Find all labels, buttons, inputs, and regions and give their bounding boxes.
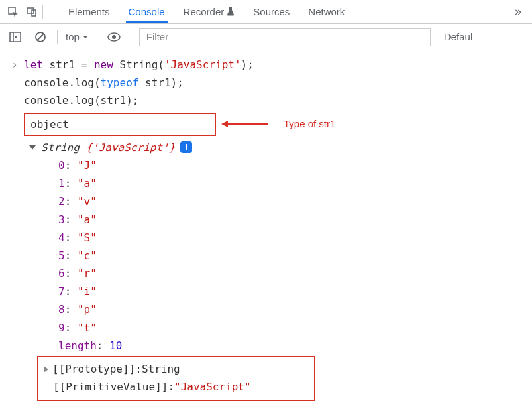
tab-recorder-label: Recorder bbox=[184, 6, 225, 17]
char-row: 5: "c" bbox=[0, 247, 532, 265]
expand-triangle-right-icon[interactable] bbox=[44, 366, 48, 373]
chevron-down-icon bbox=[82, 34, 89, 40]
length-row: length: 10 bbox=[0, 337, 532, 355]
clear-console-icon[interactable] bbox=[32, 29, 49, 46]
annotation-label: Type of str1 bbox=[284, 115, 335, 133]
char-row: 0: "J" bbox=[0, 156, 532, 174]
tab-elements[interactable]: Elements bbox=[66, 1, 113, 23]
tab-console[interactable]: Console bbox=[126, 1, 168, 23]
context-selector[interactable]: top bbox=[66, 31, 89, 42]
toggle-sidebar-icon[interactable] bbox=[7, 29, 24, 46]
code-line-2: console.log(typeof str1); bbox=[24, 74, 184, 91]
code-line-1: let str1 = new String('JavaScript'); bbox=[24, 56, 254, 74]
char-row: 6: "r" bbox=[0, 265, 532, 282]
more-tabs-icon[interactable]: » bbox=[509, 5, 527, 19]
char-row: 1: "a" bbox=[0, 174, 532, 192]
tab-recorder[interactable]: Recorder bbox=[181, 1, 238, 23]
svg-rect-1 bbox=[27, 8, 34, 13]
char-row: 3: "a" bbox=[0, 211, 532, 229]
char-row: 8: "p" bbox=[0, 300, 532, 318]
filter-input[interactable] bbox=[139, 28, 431, 46]
log-level-label[interactable]: Defaul bbox=[444, 31, 472, 42]
input-row: console.log(str1); bbox=[0, 91, 532, 109]
object-summary: String {'JavaScript'} bbox=[41, 139, 175, 156]
input-prompt-icon: › bbox=[5, 56, 24, 74]
divider bbox=[42, 5, 43, 19]
divider bbox=[131, 30, 131, 44]
devtools-toolbar: Elements Console Recorder Sources Networ… bbox=[0, 0, 532, 24]
primitive-value-row: [[PrimitiveValue]]: "JavaScript" bbox=[44, 378, 309, 396]
context-label: top bbox=[66, 31, 80, 42]
char-row: 2: "v" bbox=[0, 192, 532, 210]
code-line-3: console.log(str1); bbox=[24, 91, 138, 109]
live-expression-icon[interactable] bbox=[105, 29, 123, 46]
inspect-icon[interactable] bbox=[5, 4, 21, 20]
object-header[interactable]: String {'JavaScript'} i bbox=[0, 139, 532, 156]
char-list: 0: "J"1: "a"2: "v"3: "a"4: "S"5: "c"6: "… bbox=[0, 156, 532, 337]
device-toggle-icon[interactable] bbox=[24, 4, 40, 20]
expand-triangle-down-icon[interactable] bbox=[29, 145, 36, 150]
svg-point-6 bbox=[112, 35, 116, 39]
input-row: › let str1 = new String('JavaScript'); bbox=[0, 56, 532, 74]
flask-icon bbox=[227, 7, 235, 16]
arrow-left-icon bbox=[221, 119, 268, 129]
char-row: 9: "t" bbox=[0, 319, 532, 337]
typeof-output: object bbox=[24, 113, 216, 136]
annotation-row: object Type of str1 bbox=[24, 113, 532, 136]
divider bbox=[57, 30, 58, 44]
tab-sources[interactable]: Sources bbox=[250, 1, 292, 23]
console-body: › let str1 = new String('JavaScript'); c… bbox=[0, 50, 532, 406]
console-subbar: top Defaul bbox=[0, 24, 532, 50]
divider bbox=[97, 30, 97, 44]
tabs: Elements Console Recorder Sources Networ… bbox=[46, 1, 347, 23]
internals-box: [[Prototype]]: String [[PrimitiveValue]]… bbox=[37, 356, 315, 401]
tab-network[interactable]: Network bbox=[305, 1, 347, 23]
input-row: console.log(typeof str1); bbox=[0, 74, 532, 91]
char-row: 7: "i" bbox=[0, 282, 532, 300]
char-row: 4: "S" bbox=[0, 229, 532, 247]
info-icon[interactable]: i bbox=[180, 141, 192, 153]
prototype-row[interactable]: [[Prototype]]: String bbox=[44, 360, 309, 378]
